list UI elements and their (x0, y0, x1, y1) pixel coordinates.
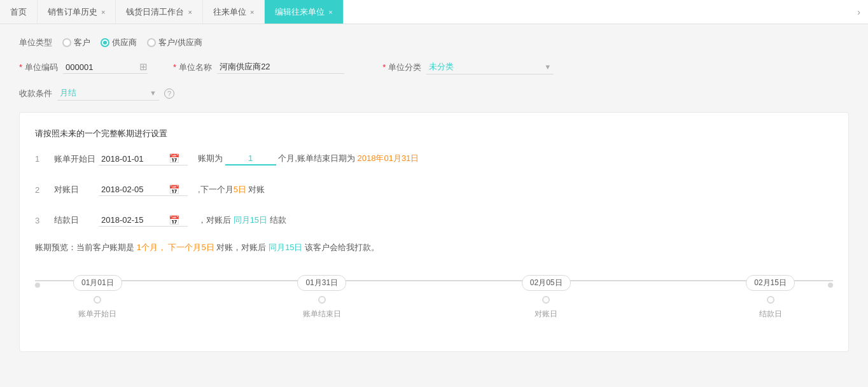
tab-sales-history-close[interactable]: × (101, 8, 105, 16)
tab-edit-partner[interactable]: 编辑往来单位 × (265, 0, 343, 24)
period-num-3: 3 (35, 216, 54, 225)
category-field: * 单位分类 未分类 ▼ (382, 60, 554, 74)
category-value: 未分类 (426, 60, 542, 74)
tab-more-arrow[interactable]: › (850, 7, 868, 17)
period-date-1-input[interactable] (99, 153, 169, 165)
tl-badge-3: 02月05日 (522, 275, 571, 291)
period-row-3: 3 结款日 📅 ，对账后 同月15日 结款 (35, 214, 833, 227)
tab-home[interactable]: 首页 (0, 0, 38, 24)
preview-text: 账期预览：当前客户账期是 1个月， 下一个月5日 对账，对账后 同月15日 该客… (35, 242, 833, 253)
timeline-point-3: 02月05日 对账日 (522, 275, 571, 320)
radio-both[interactable]: 客户/供应商 (147, 37, 202, 48)
tab-sales-history-label: 销售订单历史 (48, 6, 97, 18)
panel-subtitle: 请按照未来的一个完整帐期进行设置 (35, 128, 833, 139)
timeline-point-1: 01月01日 账单开始日 (73, 275, 122, 320)
payment-help-icon[interactable]: ? (164, 88, 174, 99)
radio-customer-label: 客户 (74, 37, 90, 48)
tab-partner-label: 往来单位 (213, 6, 246, 18)
name-input[interactable] (217, 61, 344, 74)
period-desc-3-suffix: 结款 (267, 215, 286, 225)
radio-both-circle (147, 38, 156, 47)
preview-part3: 同月15日 (269, 243, 302, 252)
period-panel: 请按照未来的一个完整帐期进行设置 1 账单开始日 📅 账期为 个月,账单结束日期… (19, 112, 849, 352)
tl-label-1: 账单开始日 (78, 309, 116, 320)
period-date-1-cal-icon[interactable]: 📅 (169, 153, 179, 164)
code-input-wrapper: ⊞ (63, 61, 148, 74)
unit-type-label: 单位类型 (19, 37, 52, 48)
tl-label-2: 账单结束日 (303, 309, 341, 320)
tabs-bar: 首页 销售订单历史 × 钱货日清工作台 × 往来单位 × 编辑往来单位 × › (0, 0, 868, 24)
preview-suffix: 该客户会给我打款。 (305, 243, 379, 252)
payment-value: 月结 (57, 86, 147, 100)
period-desc-3: ，对账后 同月15日 结款 (198, 215, 286, 226)
period-date-3-input[interactable] (99, 214, 169, 226)
category-dropdown-arrow: ▼ (542, 63, 554, 71)
radio-supplier-circle (101, 38, 109, 47)
period-highlight-day-3: 同月15日 (234, 215, 267, 225)
payment-select[interactable]: 月结 ▼ (57, 86, 159, 101)
category-label: 单位分类 (388, 62, 421, 73)
tab-edit-partner-close[interactable]: × (328, 8, 332, 16)
code-name-category-row: * 单位编码 ⊞ * 单位名称 * 单位分类 未分类 ▼ (19, 60, 849, 74)
payment-label: 收款条件 (19, 88, 52, 99)
timeline-left-cap (35, 283, 40, 288)
timeline-points: 01月01日 账单开始日 01月31日 账单结束日 (35, 275, 833, 320)
payment-row: 收款条件 月结 ▼ ? (19, 86, 849, 101)
period-desc-2-suffix: 对账 (246, 185, 265, 194)
tab-cash-work[interactable]: 钱货日清工作台 × (116, 0, 202, 24)
period-highlight-day-2: 5日 (234, 185, 246, 194)
code-required-star: * (19, 62, 22, 72)
period-date-3-cal-icon[interactable]: 📅 (169, 215, 179, 225)
payment-select-wrapper: 月结 ▼ (57, 86, 159, 101)
code-icon[interactable]: ⊞ (139, 61, 148, 73)
radio-supplier[interactable]: 供应商 (101, 37, 137, 48)
tab-cash-work-close[interactable]: × (188, 8, 192, 16)
preview-part1: 1个月， (137, 243, 166, 252)
timeline-point-4: 02月15日 结款日 (746, 275, 795, 320)
period-highlight-date-1: 2018年01月31日 (358, 153, 419, 163)
code-field: * 单位编码 ⊞ (19, 61, 148, 74)
period-date-2-input[interactable] (99, 183, 169, 195)
radio-customer-circle (62, 38, 71, 47)
period-desc-3-prefix: ，对账后 (198, 215, 234, 225)
tl-dot-3 (542, 296, 550, 304)
tl-badge-2: 01月31日 (297, 275, 346, 291)
period-label-1: 账单开始日 (54, 153, 99, 165)
period-desc-1: 账期为 个月,账单结束日期为 2018年01月31日 (198, 152, 419, 165)
tl-badge-1: 01月01日 (73, 275, 122, 291)
tab-home-label: 首页 (10, 6, 27, 18)
period-num-1: 1 (35, 154, 54, 164)
preview-part2: 下一个月5日 (168, 243, 214, 252)
code-label: 单位编码 (25, 62, 58, 73)
tl-dot-1 (94, 296, 101, 304)
main-content: 单位类型 客户 供应商 客户/供应商 * 单位编码 ⊞ (0, 24, 868, 387)
tab-sales-history[interactable]: 销售订单历史 × (38, 0, 116, 24)
period-date-2-cal-icon[interactable]: 📅 (169, 185, 179, 195)
period-num-2: 2 (35, 185, 54, 195)
tl-dot-2 (318, 296, 326, 304)
tab-cash-work-label: 钱货日清工作台 (126, 6, 184, 18)
category-select[interactable]: 未分类 ▼ (426, 60, 554, 74)
period-date-3-wrapper: 📅 (99, 214, 188, 227)
period-date-1-wrapper: 📅 (99, 153, 188, 165)
radio-group-unit-type: 客户 供应商 客户/供应商 (62, 37, 202, 48)
tab-partner-close[interactable]: × (250, 8, 254, 16)
radio-customer[interactable]: 客户 (62, 37, 90, 48)
radio-both-label: 客户/供应商 (158, 37, 202, 48)
period-label-2: 对账日 (54, 184, 99, 195)
timeline-right-cap (828, 283, 833, 288)
code-input[interactable] (63, 61, 139, 73)
period-date-2-wrapper: 📅 (99, 183, 188, 196)
name-label: 单位名称 (179, 62, 212, 73)
period-row-2: 2 对账日 📅 ,下一个月5日 对账 (35, 183, 833, 196)
timeline-point-2: 01月31日 账单结束日 (297, 275, 346, 320)
period-desc-1-suffix: 个月,账单结束日期为 (278, 153, 355, 163)
period-label-3: 结款日 (54, 215, 99, 226)
tl-dot-4 (767, 296, 774, 304)
preview-section: 账期预览：当前客户账期是 1个月， 下一个月5日 对账，对账后 同月15日 该客… (35, 232, 833, 339)
tab-edit-partner-label: 编辑往来单位 (275, 6, 325, 18)
tab-partner[interactable]: 往来单位 × (203, 0, 265, 24)
period-desc-2: ,下一个月5日 对账 (198, 184, 265, 195)
month-input[interactable] (225, 152, 276, 165)
payment-dropdown-arrow: ▼ (147, 89, 159, 97)
